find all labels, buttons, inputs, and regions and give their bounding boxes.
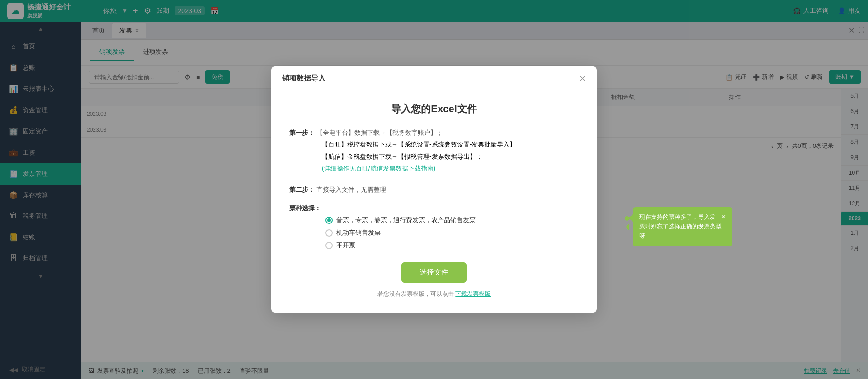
modal-footer: 若您没有发票模版，可以点击 下载发票模版	[289, 290, 579, 298]
step1-line1: 【全电平台】数据下载→【税务数字账户】；	[316, 129, 443, 136]
radio-circle-2	[326, 229, 333, 237]
step1-guide-link[interactable]: (详细操作见百旺/航信发票数据下载指南)	[322, 165, 435, 172]
modal-overlay[interactable]: 销项数据导入 ✕ 导入您的Excel文件 第一步： 【全电平台】数据下载→【税务…	[0, 0, 868, 379]
radio-option-3[interactable]: 不开票	[326, 242, 579, 250]
radio-label-2: 机动车销售发票	[336, 229, 381, 237]
step1-line3: 【航信】金税盘数据下载→【报税管理-发票数据导出】；	[289, 151, 579, 163]
ticket-select: 票种选择： 普票，专票，卷票，通行费发票，农产品销售发票 ✕	[289, 204, 579, 250]
step-1: 第一步： 【全电平台】数据下载→【税务数字账户】； 【百旺】税控盘数据下载→【系…	[289, 127, 579, 175]
radio-label-1: 普票，专票，卷票，通行费发票，农产品销售发票	[336, 216, 476, 224]
radio-option-2[interactable]: 机动车销售发票	[326, 229, 579, 237]
modal-header: 销项数据导入 ✕	[271, 66, 597, 91]
select-file-button[interactable]: 选择文件	[401, 262, 467, 283]
step1-label: 第一步：	[289, 129, 315, 136]
radio-label-3: 不开票	[336, 242, 355, 250]
step2-content: 直接导入文件，无需整理	[316, 186, 386, 193]
ticket-select-label: 票种选择：	[289, 204, 321, 212]
download-template-link[interactable]: 下载发票模版	[455, 290, 491, 297]
tooltip-bubble: ✕ 现在支持的票种多了，导入发票时别忘了选择正确的发票类型呀!	[633, 207, 732, 246]
modal-title: 销项数据导入	[282, 74, 326, 83]
tooltip-container: ✕ 现在支持的票种多了，导入发票时别忘了选择正确的发票类型呀!	[633, 207, 732, 246]
modal-actions: 选择文件	[289, 262, 579, 283]
tooltip-close-icon[interactable]: ✕	[721, 213, 726, 222]
radio-option-1[interactable]: 普票，专票，卷票，通行费发票，农产品销售发票 ✕ 现在支持的票种多了，导入发票时…	[326, 216, 579, 224]
step1-line2: 【百旺】税控盘数据下载→【系统设置-系统参数设置-发票批量导入】；	[289, 138, 579, 151]
tooltip-text: 现在支持的票种多了，导入发票时别忘了选择正确的发票类型呀!	[639, 213, 722, 239]
tooltip-arrow	[628, 214, 633, 222]
radio-circle-1	[326, 217, 333, 224]
step-2: 第二步： 直接导入文件，无需整理	[289, 184, 579, 196]
modal-body: 导入您的Excel文件 第一步： 【全电平台】数据下载→【税务数字账户】； 【百…	[271, 91, 597, 313]
radio-circle-3	[326, 242, 333, 249]
modal-main-title: 导入您的Excel文件	[289, 102, 579, 116]
step1-link: (详细操作见百旺/航信发票数据下载指南)	[289, 162, 579, 175]
radio-group: 普票，专票，卷票，通行费发票，农产品销售发票 ✕ 现在支持的票种多了，导入发票时…	[289, 216, 579, 250]
modal-dialog: 销项数据导入 ✕ 导入您的Excel文件 第一步： 【全电平台】数据下载→【税务…	[271, 66, 597, 313]
footer-text: 若您没有发票模版，可以点击	[377, 290, 454, 297]
step2-label: 第二步：	[289, 186, 315, 193]
modal-close-icon[interactable]: ✕	[579, 74, 586, 84]
